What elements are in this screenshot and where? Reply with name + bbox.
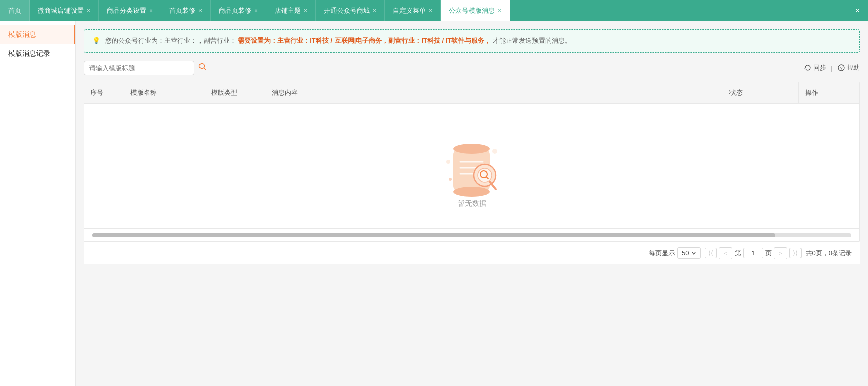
notice-box: 💡 您的公众号行业为：主营行业：，副营行业： 需要设置为：主营行业：IT科技 /… — [84, 29, 860, 53]
scroll-bar-thumb[interactable] — [92, 233, 775, 237]
tab-label-store-settings: 微商城店铺设置 — [38, 6, 84, 15]
tab-store-theme[interactable]: 店铺主题 × — [266, 0, 316, 21]
tab-label-category-settings: 商品分类设置 — [107, 6, 146, 15]
main-layout: 模版消息 模版消息记录 💡 您的公众号行业为：主营行业：，副营行业： 需要设置为… — [0, 21, 868, 386]
page-nav: ⟨⟨ ＜ 第 页 ＞ ⟩⟩ — [705, 247, 802, 259]
svg-point-7 — [453, 187, 490, 197]
tab-label-home-decoration: 首页装修 — [169, 6, 195, 15]
th-action: 操作 — [799, 82, 859, 103]
tab-label-template-message: 公众号模版消息 — [449, 6, 495, 15]
pagination-total: 共0页，0条记录 — [806, 249, 852, 258]
th-name: 模版名称 — [124, 82, 205, 103]
notice-text-prefix: 您的公众号行业为：主营行业：，副营行业： — [105, 37, 236, 44]
first-page-button[interactable]: ⟨⟨ — [705, 248, 717, 258]
svg-point-17 — [492, 149, 497, 154]
tab-custom-menu[interactable]: 自定义菜单 × — [385, 0, 441, 21]
empty-text: 暂无数据 — [458, 199, 486, 208]
svg-line-1 — [204, 68, 206, 70]
prev-page-button[interactable]: ＜ — [719, 247, 732, 259]
close-tab-custom-menu[interactable]: × — [429, 7, 432, 14]
tab-label-product-decoration: 商品页装修 — [219, 6, 251, 15]
notice-icon: 💡 — [92, 37, 100, 44]
per-page-select: 每页显示 50 — [649, 247, 700, 259]
tab-category-settings[interactable]: 商品分类设置 × — [99, 0, 161, 21]
tab-label-open-mall: 开通公众号商城 — [324, 6, 370, 15]
svg-text:?: ? — [840, 66, 842, 71]
th-type: 模版类型 — [205, 82, 265, 103]
sidebar-item-template-message[interactable]: 模版消息 — [0, 25, 75, 44]
last-page-button[interactable]: ⟩⟩ — [789, 248, 802, 258]
tab-label-home: 首页 — [8, 6, 21, 15]
tab-product-decoration[interactable]: 商品页装修 × — [211, 0, 266, 21]
per-page-label: 每页显示 — [649, 249, 675, 258]
next-page-button[interactable]: ＞ — [774, 247, 787, 259]
page-label-after: 页 — [765, 249, 772, 258]
close-tab-store-settings[interactable]: × — [87, 7, 90, 14]
close-all-button[interactable]: × — [847, 6, 868, 15]
notice-text-suffix: 才能正常发送预置的消息。 — [493, 37, 571, 44]
table-header: 序号 模版名称 模版类型 消息内容 状态 操作 — [84, 82, 859, 104]
tab-store-settings[interactable]: 微商城店铺设置 × — [30, 0, 99, 21]
data-table: 序号 模版名称 模版类型 消息内容 状态 操作 — [84, 82, 860, 242]
sync-button[interactable]: 同步 — [804, 63, 826, 72]
page-input[interactable] — [743, 248, 763, 258]
tab-home-decoration[interactable]: 首页装修 × — [161, 0, 211, 21]
toolbar-divider: | — [831, 64, 833, 72]
per-page-dropdown[interactable]: 50 — [677, 247, 700, 259]
sidebar: 模版消息 模版消息记录 — [0, 21, 76, 386]
th-index: 序号 — [84, 82, 124, 103]
svg-point-12 — [478, 168, 492, 182]
sidebar-item-template-message-record[interactable]: 模版消息记录 — [0, 44, 75, 63]
tab-label-store-theme: 店铺主题 — [275, 6, 301, 15]
tab-template-message[interactable]: 公众号模版消息 × — [441, 0, 510, 21]
per-page-value: 50 — [682, 249, 689, 257]
notice-highlight: 需要设置为：主营行业：IT科技 / 互联网|电子商务，副营行业：IT科技 / I… — [238, 37, 491, 44]
scroll-bar-track[interactable] — [92, 233, 851, 237]
svg-point-16 — [446, 160, 450, 164]
svg-point-6 — [453, 144, 490, 154]
dropdown-icon — [691, 251, 696, 256]
close-tab-product-decoration[interactable]: × — [254, 7, 258, 14]
svg-point-18 — [449, 178, 452, 181]
close-tab-template-message[interactable]: × — [498, 7, 501, 14]
empty-state: 暂无数据 — [84, 104, 859, 228]
search-button[interactable] — [198, 63, 207, 73]
top-nav: 首页 微商城店铺设置 × 商品分类设置 × 首页装修 × 商品页装修 × 店铺主… — [0, 0, 868, 21]
sync-label: 同步 — [813, 63, 826, 72]
scroll-area[interactable] — [84, 228, 859, 241]
content-area: 💡 您的公众号行业为：主营行业：，副营行业： 需要设置为：主营行业：IT科技 /… — [76, 21, 868, 386]
page-label-before: 第 — [735, 249, 741, 258]
empty-illustration — [439, 134, 505, 199]
tab-open-mall[interactable]: 开通公众号商城 × — [316, 0, 385, 21]
close-tab-home-decoration[interactable]: × — [198, 7, 202, 14]
help-button[interactable]: ? 帮助 — [838, 63, 860, 72]
close-tab-category-settings[interactable]: × — [149, 7, 153, 14]
help-label: 帮助 — [847, 63, 860, 72]
th-content: 消息内容 — [265, 82, 723, 103]
tab-label-custom-menu: 自定义菜单 — [393, 6, 426, 15]
pagination: 每页显示 50 ⟨⟨ ＜ 第 页 ＞ ⟩⟩ 共0页，0条记录 — [84, 242, 860, 264]
search-bar: 同步 | ? 帮助 — [84, 61, 860, 75]
tab-home[interactable]: 首页 — [0, 0, 30, 21]
search-input[interactable] — [84, 61, 194, 75]
th-status: 状态 — [723, 82, 799, 103]
close-tab-store-theme[interactable]: × — [304, 7, 307, 14]
toolbar-right: 同步 | ? 帮助 — [804, 63, 860, 72]
close-tab-open-mall[interactable]: × — [373, 7, 376, 14]
